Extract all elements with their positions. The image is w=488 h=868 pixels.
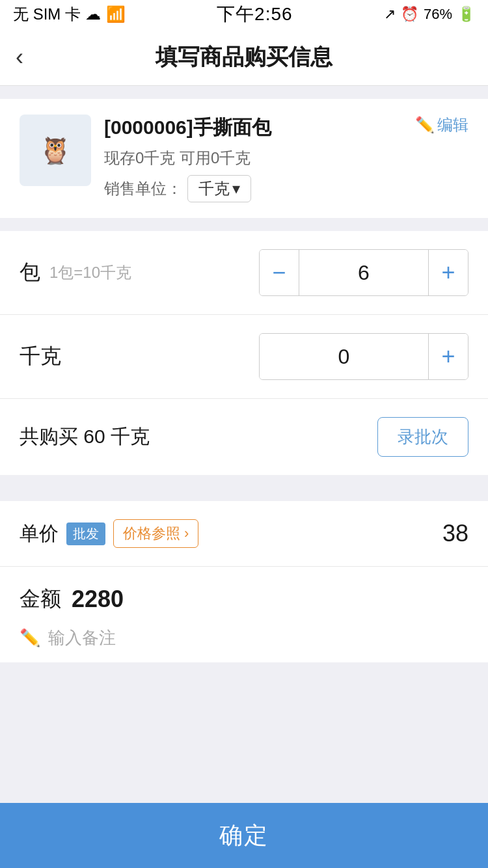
edit-label: 编辑 xyxy=(437,115,468,135)
sim-label: 无 SIM 卡 ☁ xyxy=(13,4,101,25)
status-bar: 无 SIM 卡 ☁ 📶 下午2:56 ↗ ⏰ 76% 🔋 xyxy=(0,0,488,29)
price-section: 单价 批发 价格参照 › 38 xyxy=(0,501,488,567)
battery-icon: 🔋 xyxy=(457,6,475,23)
battery-label: 76% xyxy=(424,6,452,23)
price-ref-button[interactable]: 价格参照 › xyxy=(113,519,198,548)
unit-label: 销售单位： xyxy=(104,178,182,199)
kg-quantity-input[interactable] xyxy=(260,334,429,379)
status-left: 无 SIM 卡 ☁ 📶 xyxy=(13,4,126,25)
product-name: [0000006]手撕面包 xyxy=(104,115,468,141)
batch-button[interactable]: 录批次 xyxy=(377,417,468,457)
product-image: 🦉 xyxy=(20,115,91,186)
amount-section: 金额 2280 ✏️ 输入备注 xyxy=(0,567,488,662)
price-left: 单价 批发 价格参照 › xyxy=(20,519,198,548)
amount-row: 金额 2280 xyxy=(20,585,468,614)
package-input-control: − + xyxy=(259,249,468,296)
divider-1 xyxy=(0,218,488,231)
package-plus-button[interactable]: + xyxy=(429,250,468,295)
unit-chevron-icon: ▾ xyxy=(232,180,240,198)
location-icon: ↗ xyxy=(384,6,396,23)
status-time: 下午2:56 xyxy=(217,2,293,27)
product-thumbnail: 🦉 xyxy=(39,135,72,166)
edit-icon: ✏️ xyxy=(415,116,435,134)
page-title: 填写商品购买信息 xyxy=(156,42,332,72)
amount-value: 2280 xyxy=(72,586,124,613)
product-unit-row: 销售单位： 千克 ▾ xyxy=(104,175,468,202)
package-hint: 1包=10千克 xyxy=(49,262,131,283)
product-stock: 现存0千克 可用0千克 xyxy=(104,148,468,169)
wifi-icon: 📶 xyxy=(106,5,126,23)
package-quantity-input[interactable] xyxy=(299,250,429,295)
kg-label-text: 千克 xyxy=(20,342,61,371)
divider-2 xyxy=(0,475,488,488)
nav-bar: ‹ 填写商品购买信息 xyxy=(0,29,488,86)
pifa-tag: 批发 xyxy=(66,522,105,545)
kg-input-control: + xyxy=(259,333,468,380)
amount-label: 金额 xyxy=(20,585,61,614)
total-label: 共购买 60 千克 xyxy=(20,424,150,450)
edit-button[interactable]: ✏️ 编辑 xyxy=(415,115,468,135)
confirm-button[interactable]: 确定 xyxy=(0,803,488,868)
product-card: 🦉 [0000006]手撕面包 现存0千克 可用0千克 销售单位： 千克 ▾ ✏… xyxy=(0,99,488,218)
package-label: 包 1包=10千克 xyxy=(20,258,131,287)
product-info: [0000006]手撕面包 现存0千克 可用0千克 销售单位： 千克 ▾ xyxy=(104,115,468,202)
package-label-text: 包 xyxy=(20,258,40,287)
remark-icon: ✏️ xyxy=(20,628,40,648)
total-row: 共购买 60 千克 录批次 xyxy=(0,399,488,475)
kg-row: 千克 + xyxy=(0,315,488,399)
kg-label: 千克 xyxy=(20,342,61,371)
price-value: 38 xyxy=(442,520,468,547)
unit-select[interactable]: 千克 ▾ xyxy=(187,175,251,202)
unit-value: 千克 xyxy=(198,178,230,199)
remark-placeholder: 输入备注 xyxy=(48,627,116,649)
package-row: 包 1包=10千克 − + xyxy=(0,231,488,315)
remark-row[interactable]: ✏️ 输入备注 xyxy=(20,627,468,649)
price-label: 单价 xyxy=(20,521,59,547)
back-button[interactable]: ‹ xyxy=(16,44,23,71)
input-section: 包 1包=10千克 − + 千克 + xyxy=(0,231,488,399)
status-right: ↗ ⏰ 76% 🔋 xyxy=(384,6,475,23)
package-minus-button[interactable]: − xyxy=(260,250,299,295)
kg-plus-button[interactable]: + xyxy=(429,334,468,379)
alarm-icon: ⏰ xyxy=(401,6,418,23)
